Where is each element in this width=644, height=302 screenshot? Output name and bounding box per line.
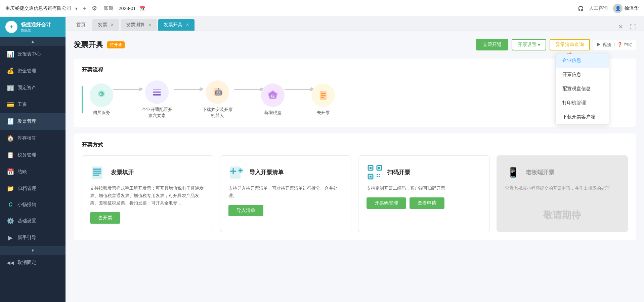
page-title-area: 发票开具 待开通 <box>74 40 125 50</box>
sidebar-item-settings[interactable]: ⚙️ 基础设置 <box>0 213 66 229</box>
svg-rect-27 <box>378 167 380 169</box>
sidebar-item-cloud-report[interactable]: 📊 云报表中心 <box>0 46 66 63</box>
top-bar-right: 🎧 人工咨询 👤 徐泽华 <box>578 4 639 13</box>
sidebar-item-fund[interactable]: 💰 资金管理 <box>0 63 66 79</box>
dropdown-printer[interactable]: 打印机管理 <box>556 96 609 110</box>
dropdown-download-client[interactable]: 下载开票客户端 <box>556 110 609 124</box>
dropdown-tax-config[interactable]: 配置税盘信息 <box>556 82 609 96</box>
svg-rect-25 <box>370 167 372 169</box>
tab-invoice[interactable]: 发票 ✕ <box>92 19 119 31</box>
top-bar: 重庆畅捷交通信息咨询有限公司 ▾ ＋ ⚙ 账期 2023-01 📅 🎧 人工咨询… <box>0 0 644 17</box>
sidebar-item-report[interactable]: C 小畅报销 <box>0 197 66 213</box>
dropdown-download-client-label: 下载开票客户端 <box>562 114 595 119</box>
method-scan-invoice: 扫码开票 支持定制开票二维码，客户端可扫码开票 开票码管理 查看申请 <box>358 155 490 232</box>
scroll-up-btn[interactable]: ▲ <box>0 37 66 46</box>
flow-arrow-2: ▶ <box>174 89 201 90</box>
cloud-report-icon: 📊 <box>7 50 14 58</box>
sidebar-label-fund: 资金管理 <box>17 68 36 74</box>
sidebar-item-tax[interactable]: 📋 税务管理 <box>0 147 66 163</box>
dropdown-icon[interactable]: ▾ <box>75 6 78 11</box>
fill-invoice-desc: 支持按照发票样式手工填开发票；可开具增值税电子普通发票、增值税普通发票、增值税专… <box>90 185 205 207</box>
scroll-down-btn[interactable]: ▼ <box>0 246 66 255</box>
main-layout: ✦ 畅捷通好会计 旗舰版 ▲ 📊 云报表中心 💰 资金管理 🏢 固定资产 💳 工… <box>0 17 644 302</box>
settings-btn-label: 开票设置 <box>518 42 536 48</box>
sidebar-item-invoice-mgmt[interactable]: 🧾 发票管理 <box>0 113 66 130</box>
sidebar-item-archive[interactable]: 📁 归档管理 <box>0 180 66 197</box>
sidebar-item-guide[interactable]: ▶ 新手引导 <box>0 229 66 246</box>
page-title: 发票开具 <box>74 40 103 50</box>
methods-section: 开票方式 发票填开 支持按照发票样式手工填开发票；可开具增值税电子普通发票、增值… <box>74 134 636 240</box>
invoice-mgmt-icon: 🧾 <box>7 118 14 125</box>
boss-invoice-title: 老板端开票 <box>526 168 554 176</box>
tab-home[interactable]: 首页 <box>71 19 91 31</box>
flow-step-newtax[interactable]: 税+ 新增税盘 <box>261 83 285 116</box>
settings-icon[interactable]: ⚙ <box>92 5 97 12</box>
flow-arrow-3: ▶ <box>234 89 261 90</box>
account-period-value: 2023-01 <box>119 6 136 11</box>
dropdown-company-info[interactable]: 企业信息 <box>556 53 609 68</box>
sidebar-logo: ✦ 畅捷通好会计 旗舰版 <box>0 17 66 37</box>
sidebar-item-checkout[interactable]: 📅 结账 <box>0 163 66 180</box>
tab-invoice-test-label: 发票测算 <box>126 22 145 28</box>
tab-invoice-label: 发票 <box>98 22 107 28</box>
flow-step-config[interactable]: 企业开通配置开票六要素 <box>140 80 174 119</box>
fill-invoice-header: 发票填开 <box>90 164 205 181</box>
close-window-btn[interactable]: ✕ <box>615 23 626 31</box>
video-btn[interactable]: ▶ 视频 | ❓ 帮助 <box>593 40 636 50</box>
fill-invoice-title: 发票填开 <box>111 168 134 176</box>
logo-text: 畅捷通好会计 <box>21 22 51 28</box>
tab-invoice-close[interactable]: ✕ <box>111 23 114 27</box>
sidebar-item-payroll[interactable]: 💳 工资 <box>0 96 66 113</box>
logo-text-group: 畅捷通好会计 旗舰版 <box>21 22 51 33</box>
sidebar-label-fixed-assets: 固定资产 <box>17 85 36 91</box>
sidebar-item-inventory[interactable]: 🏠 库存核算 <box>0 130 66 147</box>
methods-section-title: 开票方式 <box>82 142 628 149</box>
flow-step-buy[interactable]: ♥+ 购买服务 <box>90 83 113 116</box>
method-fill-invoice: 发票填开 支持按照发票样式手工填开发票；可开具增值税电子普通发票、增值税普通发票… <box>82 155 213 232</box>
activate-btn[interactable]: 立即开通 <box>476 39 508 50</box>
view-apply-btn[interactable]: 查看申请 <box>410 197 444 209</box>
boss-invoice-desc: 查看老板端小程序提交的开票申请，并作出相应的处理 <box>505 185 620 192</box>
support-label[interactable]: 人工咨询 <box>589 5 608 11</box>
tab-invoice-issue[interactable]: 发票开具 ✕ <box>158 19 195 31</box>
tax-icon: 📋 <box>7 151 14 159</box>
separator: | <box>613 42 614 47</box>
import-list-desc: 支持导入待开票清单，可对待开票清单进行拆分、合并处理。 <box>228 185 343 199</box>
tab-invoice-test[interactable]: 发票测算 ✕ <box>121 19 157 31</box>
add-icon[interactable]: ＋ <box>82 4 88 12</box>
tab-invoice-issue-label: 发票开具 <box>164 22 182 28</box>
invoice-methods: 发票填开 支持按照发票样式手工填开发票；可开具增值税电子普通发票、增值税普通发票… <box>82 155 628 232</box>
calendar-icon[interactable]: 📅 <box>140 6 145 11</box>
scan-invoice-desc: 支持定制开票二维码，客户端可扫码开票 <box>367 185 481 192</box>
boss-invoice-icon: 📱 <box>505 164 522 181</box>
flow-arrow-4: ▶ <box>285 89 311 90</box>
flow-section: 开票流程 ♥+ 购买服务 ▶ <box>74 59 636 127</box>
sidebar: ✦ 畅捷通好会计 旗舰版 ▲ 📊 云报表中心 💰 资金管理 🏢 固定资产 💳 工… <box>0 17 66 302</box>
svg-rect-15 <box>321 97 324 98</box>
tab-invoice-issue-close[interactable]: ✕ <box>186 23 189 27</box>
user-info[interactable]: 👤 徐泽华 <box>613 4 639 13</box>
flow-step-issue[interactable]: 去开票 <box>311 83 335 116</box>
header-actions: 立即开通 开票设置 ▾ 异常清单查询 ▶ 视频 | ❓ 帮助 <box>476 39 636 50</box>
sidebar-item-fixed-assets[interactable]: 🏢 固定资产 <box>0 79 66 96</box>
go-invoice-btn[interactable]: 去开票 <box>90 212 120 224</box>
qr-manage-btn[interactable]: 开票码管理 <box>367 197 406 209</box>
import-list-btn[interactable]: 导入清单 <box>228 205 263 216</box>
newtax-icon: 税+ <box>261 83 285 107</box>
issue-label: 去开票 <box>317 110 330 116</box>
svg-rect-6 <box>153 94 161 96</box>
boss-invoice-watermark: 敬请期待 <box>543 210 581 220</box>
tab-bar: 首页 发票 ✕ 发票测算 ✕ 发票开具 ✕ ✕ ⛶ <box>66 17 644 31</box>
flow-steps: ♥+ 购买服务 ▶ 企业开通配置开票六要素 ▶ 🤖 <box>82 80 628 119</box>
svg-rect-30 <box>377 176 378 177</box>
settings-btn[interactable]: 开票设置 ▾ <box>512 39 546 50</box>
sidebar-footer-cancel-fixed[interactable]: ◀◀ 取消固定 <box>0 255 66 270</box>
support-icon: 🎧 <box>578 6 584 11</box>
svg-rect-19 <box>93 173 101 174</box>
flow-step-download[interactable]: 🤖 下载并安装开票机器人 <box>201 80 234 119</box>
fullscreen-btn[interactable]: ⛶ <box>627 24 639 31</box>
sidebar-footer-label: 取消固定 <box>17 260 36 266</box>
dropdown-invoice-info[interactable]: 开票信息 <box>556 68 609 82</box>
tab-invoice-test-close[interactable]: ✕ <box>148 23 152 27</box>
company-name[interactable]: 重庆畅捷交通信息咨询有限公司 <box>5 5 71 11</box>
